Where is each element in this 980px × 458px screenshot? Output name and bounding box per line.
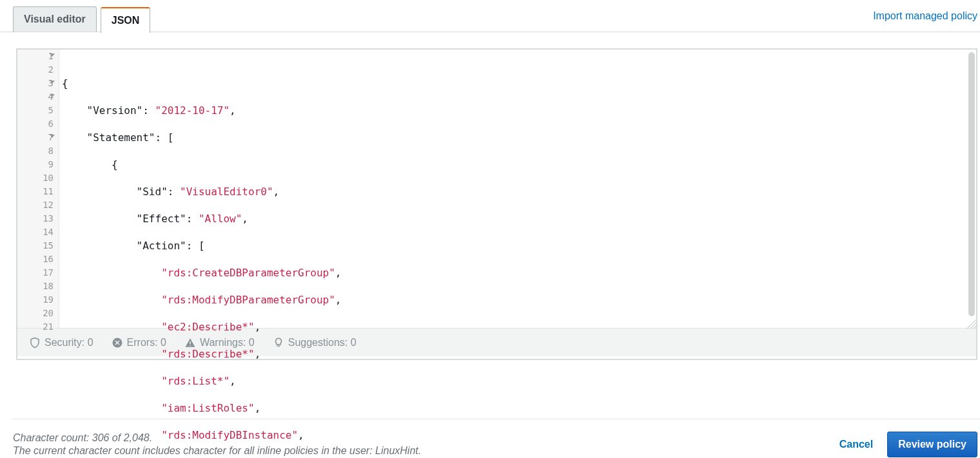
character-count: Character count: 306 of 2,048. xyxy=(13,432,421,444)
editor-gutter: 1 2 3 4 5 6 7 8 9 10 11 12 13 14 15 16 1… xyxy=(17,50,59,328)
code-content[interactable]: { "Version": "2012-10-17", "Statement": … xyxy=(59,50,976,328)
gutter-line: 14 xyxy=(17,225,54,239)
active-line-highlight xyxy=(59,50,976,63)
tab-bar: Visual editor JSON Import managed policy xyxy=(0,0,980,32)
footer: Character count: 306 of 2,048. The curre… xyxy=(13,432,977,457)
gutter-line: 21 xyxy=(17,320,54,334)
vertical-scrollbar[interactable] xyxy=(968,52,975,316)
gutter-line: 18 xyxy=(17,280,54,293)
gutter-line: 10 xyxy=(17,171,54,185)
gutter-line: 8 xyxy=(17,144,54,158)
gutter-line: 6 xyxy=(17,117,54,131)
tab-visual-editor[interactable]: Visual editor xyxy=(13,6,97,32)
cancel-button[interactable]: Cancel xyxy=(837,434,876,455)
code-area[interactable]: 1 2 3 4 5 6 7 8 9 10 11 12 13 14 15 16 1… xyxy=(17,50,976,328)
tabs: Visual editor JSON xyxy=(0,0,154,32)
gutter-line: 17 xyxy=(17,266,54,280)
fold-icon[interactable] xyxy=(50,135,55,138)
gutter-line: 2 xyxy=(17,63,54,77)
fold-icon[interactable] xyxy=(50,94,55,97)
review-policy-button[interactable]: Review policy xyxy=(887,432,977,457)
gutter-line: 1 xyxy=(17,50,54,63)
character-count-area: Character count: 306 of 2,048. The curre… xyxy=(13,432,421,457)
gutter-line: 4 xyxy=(17,90,54,104)
gutter-line: 7 xyxy=(17,131,54,144)
json-editor: 1 2 3 4 5 6 7 8 9 10 11 12 13 14 15 16 1… xyxy=(16,48,977,360)
gutter-line: 11 xyxy=(17,185,54,198)
footer-separator xyxy=(13,419,980,419)
gutter-line: 19 xyxy=(17,293,54,307)
resize-handle[interactable] xyxy=(967,319,976,328)
footer-actions: Cancel Review policy xyxy=(837,432,977,457)
gutter-line: 16 xyxy=(17,253,54,266)
character-count-note: The current character count includes cha… xyxy=(13,444,421,457)
gutter-line: 9 xyxy=(17,158,54,171)
gutter-line: 5 xyxy=(17,104,54,117)
fold-icon[interactable] xyxy=(50,81,55,84)
import-managed-policy-link[interactable]: Import managed policy xyxy=(873,10,980,22)
gutter-line: 20 xyxy=(17,307,54,320)
gutter-line: 15 xyxy=(17,239,54,253)
gutter-line: 13 xyxy=(17,212,54,225)
gutter-line: 3 xyxy=(17,77,54,90)
fold-icon[interactable] xyxy=(50,53,55,57)
shield-icon xyxy=(29,337,41,348)
tab-json[interactable]: JSON xyxy=(101,7,151,33)
gutter-line: 12 xyxy=(17,198,54,212)
